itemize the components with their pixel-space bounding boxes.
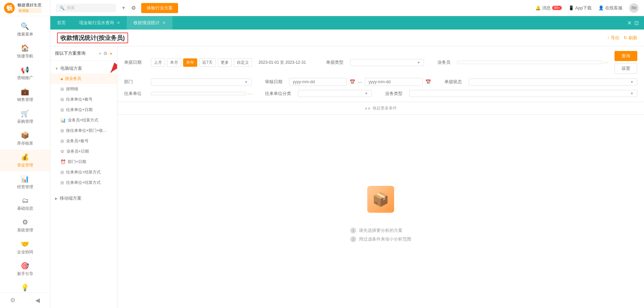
sidebar-item-system[interactable]: ⚙ 系统管理 <box>0 215 50 237</box>
empty-box-icon <box>367 186 394 213</box>
calendar-from-icon[interactable]: 📅 <box>350 79 355 85</box>
sidebar-item-inventory[interactable]: 📦 库存核算 <box>0 128 50 150</box>
date-btn-7days[interactable]: 近7天 <box>199 58 216 67</box>
export-btn[interactable]: ↑ 导出 <box>607 35 620 41</box>
tree-expand-icon: ▼ <box>55 67 58 70</box>
empty-area: 1 请先选择要分析的方案 2 用过滤条件来缩小分析范围 <box>117 115 644 308</box>
sidebar-item-purchase[interactable]: 🛒 采购管理 <box>0 106 50 128</box>
tab-close-window-icon[interactable]: ✕ <box>627 20 632 26</box>
review-date-to[interactable] <box>365 78 423 86</box>
left-panel-header: 按以下方案查询 + ⚙ « <box>50 46 117 61</box>
date-label: 单据日期 <box>124 59 144 65</box>
calendar-to-icon[interactable]: 📅 <box>425 79 431 85</box>
business-type-arrow: ▼ <box>630 92 634 95</box>
empty-hints: 1 请先选择要分析的方案 2 用过滤条件来缩小分析范围 <box>350 226 411 244</box>
tab-maximize-icon[interactable]: ⊡ <box>634 20 639 26</box>
left-panel-add-icon[interactable]: + <box>99 51 101 56</box>
user-avatar[interactable]: Rit <box>629 3 639 13</box>
tree-section-desktop-header[interactable]: ▼ 电脑端方案 <box>50 63 117 73</box>
review-date-from[interactable] <box>289 78 347 86</box>
tree-item-salesman-account[interactable]: ⊞ 业务员+账号 <box>50 136 117 146</box>
salesman-select[interactable] <box>457 61 602 64</box>
sidebar-settings-btn[interactable]: ⚙ <box>10 297 15 304</box>
counterparty-select[interactable] <box>151 92 246 95</box>
collapse-bar[interactable]: ∧∧ 收起更多条件 <box>117 102 644 115</box>
refresh-btn[interactable]: ↻ 刷新 <box>624 35 637 41</box>
date-btn-custom[interactable]: 自定义 <box>234 58 252 67</box>
tree-item-unit-settle1[interactable]: ⊞ 往来单位+结算方式 <box>50 167 117 177</box>
sidebar-item-guide[interactable]: 🎯 新手引导 <box>0 258 50 280</box>
filter-row-1: 单据日期 上月 本月 本年 近7天 更多 自定义 2023-01-01 至 20… <box>124 51 637 74</box>
settings-btn[interactable]: 设置 <box>614 63 637 74</box>
date-btn-this-month[interactable]: 本月 <box>167 58 181 67</box>
tree-item-by-salesman[interactable]: ● 按业务员 <box>50 73 117 84</box>
messages-btn[interactable]: 🔔 消息 99+ <box>535 5 562 11</box>
service-icon: 👤 <box>598 5 604 10</box>
content-area: 按以下方案查询 + ⚙ « ▼ 电脑 <box>50 46 644 308</box>
left-panel-collapse-icon[interactable]: « <box>110 51 112 56</box>
query-btn[interactable]: 查询 <box>614 51 637 61</box>
sidebar-collapse-btn[interactable]: ◀ <box>35 297 40 304</box>
tree-item-unit-account[interactable]: ⊞ 往来单位+账号 <box>50 94 117 105</box>
dept-select[interactable]: ▼ <box>151 79 252 86</box>
sidebar-item-basic-info[interactable]: 🗂 基础信息 <box>0 193 50 215</box>
tree-section-mobile-header[interactable]: ▶ 移动端方案 <box>50 193 117 203</box>
inventory-icon: 📦 <box>21 131 29 139</box>
sidebar-item-quicknav[interactable]: 🏠 快捷导航 <box>0 41 50 62</box>
date-btn-more[interactable]: 更多 <box>218 58 232 67</box>
sidebar-item-finance[interactable]: 💰 资金管理 <box>0 150 50 171</box>
sidebar-item-operations[interactable]: 📊 经营管理 <box>0 171 50 193</box>
left-panel: 按以下方案查询 + ⚙ « ▼ 电脑 <box>50 46 117 308</box>
tab-cashflow-close[interactable]: ✕ <box>117 20 120 25</box>
marketing-icon: 📢 <box>21 66 29 74</box>
left-panel-title: 按以下方案查询 <box>55 50 97 56</box>
counterparty-more-icon[interactable]: ··· <box>248 91 252 96</box>
tree-item-salesman-settle[interactable]: 📊 业务员+结算方式 <box>50 115 117 125</box>
tab-collection-close[interactable]: ✕ <box>162 20 166 25</box>
tab-cashflow[interactable]: 现金银行流水查询 ✕ <box>72 16 127 30</box>
phone-icon: 📱 <box>569 5 574 10</box>
sidebar-item-search[interactable]: 🔍 搜索菜单 <box>0 19 50 41</box>
date-btn-last-month[interactable]: 上月 <box>151 58 165 67</box>
topbar-dropdown-arrow[interactable]: ▼ <box>121 5 126 10</box>
business-type-label: 业务类型 <box>385 91 402 97</box>
page-title: 收款情况统计(按业务员) <box>57 33 128 43</box>
topbar-search[interactable]: 🔍 搜索 <box>56 4 116 12</box>
basic-info-icon: 🗂 <box>22 197 29 204</box>
tree-item-unit-dept-icon: ⊞ <box>60 128 64 133</box>
date-separator: — <box>358 80 362 85</box>
counterparty-category-select[interactable]: ▼ <box>298 90 372 97</box>
trial-btn[interactable]: 体验行业方案 <box>141 3 178 13</box>
left-panel-settings-icon[interactable]: ⚙ <box>103 51 108 56</box>
tree-item-unit-dept[interactable]: ⊞ 按往来单位+部门+收... <box>50 125 117 136</box>
tree-item-dept-date[interactable]: ⏰ 部门+日期 <box>50 157 117 167</box>
app-download-btn[interactable]: 📱 App下载 <box>569 5 592 11</box>
business-type-select[interactable]: ▼ <box>409 90 637 97</box>
tab-collection[interactable]: 收款情况统计 ✕ <box>127 16 172 30</box>
sidebar-item-collab[interactable]: 🤝 企业协同 <box>0 237 50 258</box>
tree-item-unit-settle2[interactable]: ⊞ 往来单位+结算方式 <box>50 177 117 188</box>
sidebar-item-marketing[interactable]: 📢 营销推广 <box>0 62 50 84</box>
empty-hint-1: 1 请先选择要分析的方案 <box>350 226 411 235</box>
sidebar-logo: 畅 畅捷通好生意 标准版 <box>0 0 50 16</box>
tree-item-salesman-account-icon: ⊞ <box>60 139 64 144</box>
sidebar-item-hardware[interactable]: 💡 智能硬件 <box>0 280 50 292</box>
date-btn-this-year[interactable]: 本年 <box>183 58 197 67</box>
logo-icon: 畅 <box>4 3 15 13</box>
doc-type-label: 单据类型 <box>326 59 343 65</box>
collapse-btn[interactable]: ∧∧ 收起更多条件 <box>365 105 397 111</box>
tree-item-unit-date[interactable]: ⊞ 往来单位+日期 <box>50 105 117 115</box>
finance-icon: 💰 <box>21 153 29 161</box>
tab-home[interactable]: 首页 <box>50 16 72 30</box>
sidebar-item-sales[interactable]: 💼 销售管理 <box>0 84 50 106</box>
sidebar-footer: ⚙ ◀ <box>0 292 50 308</box>
online-service-btn[interactable]: 👤 在线客服 <box>598 5 623 11</box>
doc-status-label: 单据状态 <box>444 79 462 85</box>
topbar-gear-icon[interactable]: ⚙ <box>131 5 136 11</box>
doc-status-select[interactable]: ▼ <box>469 79 637 86</box>
filter-row-2: 部门 ▼ 审核日期 📅 — 📅 单据状态 <box>124 78 637 86</box>
salesman-more-icon[interactable]: ··· <box>604 60 608 65</box>
tree-item-salesman-date[interactable]: ⚙ 业务员+日期 <box>50 146 117 157</box>
tree-item-detail[interactable]: ⊞ 按明细 <box>50 84 117 94</box>
doc-type-select[interactable]: ▼ <box>350 59 424 66</box>
